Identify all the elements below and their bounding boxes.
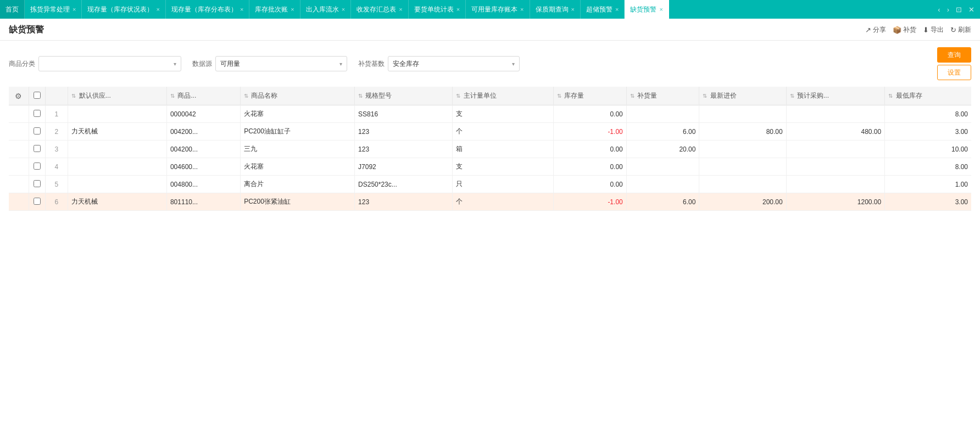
export-label: 导出 — [931, 25, 944, 35]
category-filter-group: 商品分类 ▾ — [9, 56, 181, 71]
nav-tab-flow[interactable]: 出入库流水 × — [300, 0, 351, 19]
nav-tab-stock-status-close[interactable]: × — [156, 6, 159, 13]
nav-tab-flow-close[interactable]: × — [342, 6, 345, 13]
row-settings-cell — [9, 158, 29, 176]
nav-tab-abnormal[interactable]: 拣货异常处理 × — [25, 0, 82, 19]
replenish-button[interactable]: 📦 补货 — [893, 25, 916, 35]
export-button[interactable]: ⬇ 导出 — [923, 25, 944, 35]
row-supplier — [68, 141, 167, 158]
col-spec: ⇅ 规格型号 — [355, 87, 453, 105]
row-checkbox-cell — [29, 105, 45, 123]
category-select[interactable]: ▾ — [38, 56, 181, 71]
col-unit: ⇅ 主计量单位 — [453, 87, 554, 105]
nav-tab-stock-status[interactable]: 现存量（库存状况表） × — [82, 0, 165, 19]
query-button[interactable]: 查询 — [937, 47, 971, 63]
nav-tab-home[interactable]: 首页 — [0, 0, 25, 19]
nav-tab-order-close[interactable]: × — [456, 6, 460, 13]
row-number: 1 — [45, 105, 68, 123]
nav-tab-stock-status-label: 现存量（库存状况表） — [87, 5, 153, 14]
row-checkbox-cell — [29, 158, 45, 176]
row-checkbox[interactable] — [34, 145, 41, 152]
refresh-button[interactable]: ↻ 刷新 — [950, 25, 971, 35]
row-stock: -1.00 — [554, 193, 627, 211]
page-header: 缺货预警 ↗ 分享 📦 补货 ⬇ 导出 ↻ 刷新 — [0, 19, 980, 41]
top-navigation: 首页 拣货异常处理 × 现存量（库存状况表） × 现存量（库存分布表） × 库存… — [0, 0, 980, 19]
row-product-name: 三九 — [241, 141, 355, 158]
row-checkbox[interactable] — [34, 180, 41, 187]
row-estimated: 1200.00 — [786, 193, 885, 211]
nav-tab-stock-dist-close[interactable]: × — [240, 6, 243, 13]
share-button[interactable]: ↗ 分享 — [865, 25, 886, 35]
row-checkbox[interactable] — [34, 127, 41, 135]
row-min-stock: 3.00 — [885, 123, 971, 141]
nav-tab-summary-close[interactable]: × — [399, 6, 402, 13]
nav-tab-batch[interactable]: 库存批次账 × — [249, 0, 300, 19]
row-replenish — [626, 105, 699, 123]
nav-tab-stock-dist[interactable]: 现存量（库存分布表） × — [166, 0, 249, 19]
nav-tab-overstock-label: 超储预警 — [586, 5, 612, 14]
datasource-filter-label: 数据源 — [192, 59, 212, 69]
datasource-filter-group: 数据源 可用量 ▾ — [192, 56, 347, 71]
row-spec: 123 — [355, 193, 453, 211]
nav-tab-overstock[interactable]: 超储预警 × — [581, 0, 625, 19]
category-filter-label: 商品分类 — [9, 59, 35, 69]
nav-tab-shortage-close[interactable]: × — [659, 6, 662, 13]
table-row: 1 0000042 火花塞 SS816 支 0.00 8.00 — [9, 105, 971, 123]
col-settings: ⚙ — [9, 87, 29, 105]
share-icon: ↗ — [865, 26, 871, 34]
settings-button[interactable]: 设置 — [937, 65, 971, 80]
supplier-sort-icon: ⇅ — [71, 93, 76, 99]
row-supplier — [68, 158, 167, 176]
row-supplier: 力天机械 — [68, 193, 167, 211]
nav-tab-batch-close[interactable]: × — [291, 6, 294, 13]
nav-tab-summary[interactable]: 收发存汇总表 × — [351, 0, 408, 19]
nav-prev-button[interactable]: ‹ — [934, 4, 943, 15]
row-code: 0000042 — [166, 105, 240, 123]
stock-sort-icon: ⇅ — [557, 93, 561, 99]
row-replenish — [626, 176, 699, 193]
table-wrapper: ⚙ ⇅ 默认供应... ⇅ 商品... ⇅ — [0, 87, 980, 211]
replenish-base-select[interactable]: 安全库存 ▾ — [388, 56, 520, 71]
nav-tab-expiry[interactable]: 保质期查询 × — [530, 0, 581, 19]
nav-tab-shortage[interactable]: 缺货预警 × — [625, 0, 669, 19]
nav-tab-abnormal-close[interactable]: × — [73, 6, 76, 13]
col-stock: ⇅ 库存量 — [554, 87, 627, 105]
nav-next-button[interactable]: › — [944, 4, 953, 15]
col-estimated: ⇅ 预计采购... — [786, 87, 885, 105]
nav-tab-available[interactable]: 可用量库存账本 × — [466, 0, 530, 19]
row-stock: 0.00 — [554, 141, 627, 158]
col-supplier: ⇅ 默认供应... — [68, 87, 167, 105]
datasource-select[interactable]: 可用量 ▾ — [215, 56, 347, 71]
nav-tab-expiry-close[interactable]: × — [571, 6, 575, 13]
nav-tab-order[interactable]: 要货单统计表 × — [409, 0, 466, 19]
row-number: 5 — [45, 176, 68, 193]
row-latest-price: 200.00 — [699, 193, 786, 211]
row-product-name: PC200张紧油缸 — [241, 193, 355, 211]
col-min-stock: ⇅ 最低库存 — [885, 87, 971, 105]
row-checkbox-cell — [29, 176, 45, 193]
row-code: 004600... — [166, 158, 240, 176]
row-replenish: 6.00 — [626, 123, 699, 141]
row-checkbox[interactable] — [34, 110, 41, 117]
row-stock: 0.00 — [554, 176, 627, 193]
row-settings-cell — [9, 123, 29, 141]
row-checkbox[interactable] — [34, 198, 41, 205]
col-checkbox — [29, 87, 45, 105]
row-stock: 0.00 — [554, 105, 627, 123]
nav-tab-flow-label: 出入库流水 — [306, 5, 339, 14]
latest-price-sort-icon: ⇅ — [703, 93, 707, 99]
replenish-sort-icon: ⇅ — [630, 93, 634, 99]
estimated-sort-icon: ⇅ — [790, 93, 794, 99]
select-all-checkbox[interactable] — [34, 92, 41, 99]
nav-close-button[interactable]: ✕ — [965, 4, 978, 15]
row-product-name: 离合片 — [241, 176, 355, 193]
replenish-base-select-value: 安全库存 — [393, 59, 512, 69]
replenish-label: 补货 — [903, 25, 916, 35]
nav-tab-overstock-close[interactable]: × — [615, 6, 619, 13]
nav-tab-available-close[interactable]: × — [520, 6, 524, 13]
table-settings-icon[interactable]: ⚙ — [12, 92, 25, 100]
row-checkbox[interactable] — [34, 163, 41, 170]
page-title: 缺货预警 — [9, 24, 44, 36]
nav-restore-button[interactable]: ⊡ — [953, 4, 965, 15]
row-number: 2 — [45, 123, 68, 141]
